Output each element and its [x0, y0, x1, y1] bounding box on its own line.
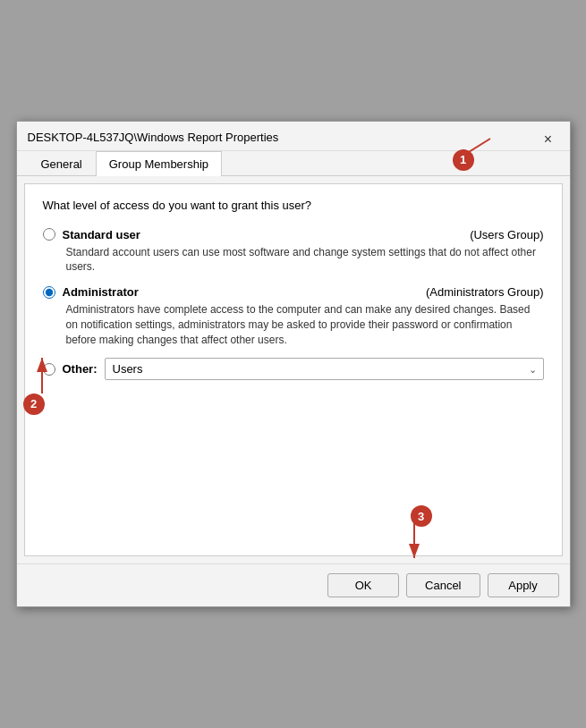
window-title: DESKTOP-4L537JQ\Windows Report Propertie… [28, 129, 279, 144]
administrator-radio[interactable] [43, 286, 55, 299]
administrator-section: Administrator (Administrators Group) Adm… [43, 285, 544, 347]
content-area: What level of access do you want to gran… [24, 183, 563, 557]
other-label[interactable]: Other: [63, 362, 98, 376]
administrator-label[interactable]: Administrator [63, 285, 139, 299]
standard-user-description: Standard account users can use most soft… [66, 245, 544, 275]
other-dropdown-wrapper: Users Administrators Guests Power Users … [105, 358, 544, 380]
content-spacer [43, 380, 544, 541]
standard-user-label[interactable]: Standard user [63, 228, 140, 241]
question-text: What level of access do you want to gran… [43, 199, 544, 212]
apply-button[interactable]: Apply [488, 573, 559, 597]
cancel-button[interactable]: Cancel [406, 573, 480, 597]
annotation-badge-3: 3 [411, 505, 432, 527]
button-bar: OK Cancel Apply [17, 563, 570, 606]
other-dropdown[interactable]: Users Administrators Guests Power Users [105, 358, 544, 380]
administrator-row: Administrator (Administrators Group) [43, 285, 544, 299]
standard-user-section: Standard user (Users Group) Standard acc… [43, 228, 544, 275]
standard-user-radio[interactable] [43, 228, 55, 241]
tab-bar: General Group Membership [17, 151, 570, 176]
dialog-window: DESKTOP-4L537JQ\Windows Report Propertie… [16, 121, 571, 608]
other-radio[interactable] [43, 363, 55, 376]
other-row: Other: Users Administrators Guests Power… [43, 358, 544, 380]
annotation-badge-1: 1 [453, 149, 474, 171]
tab-group-membership[interactable]: Group Membership [96, 151, 222, 176]
standard-user-group: (Users Group) [470, 228, 543, 241]
tab-general[interactable]: General [28, 151, 96, 176]
title-bar: DESKTOP-4L537JQ\Windows Report Propertie… [17, 122, 570, 151]
standard-user-row: Standard user (Users Group) [43, 228, 544, 241]
close-button[interactable]: × [538, 129, 559, 150]
ok-button[interactable]: OK [327, 573, 399, 597]
administrator-description: Administrators have complete access to t… [66, 302, 544, 347]
administrator-group: (Administrators Group) [426, 285, 543, 299]
annotation-badge-2: 2 [23, 394, 45, 415]
